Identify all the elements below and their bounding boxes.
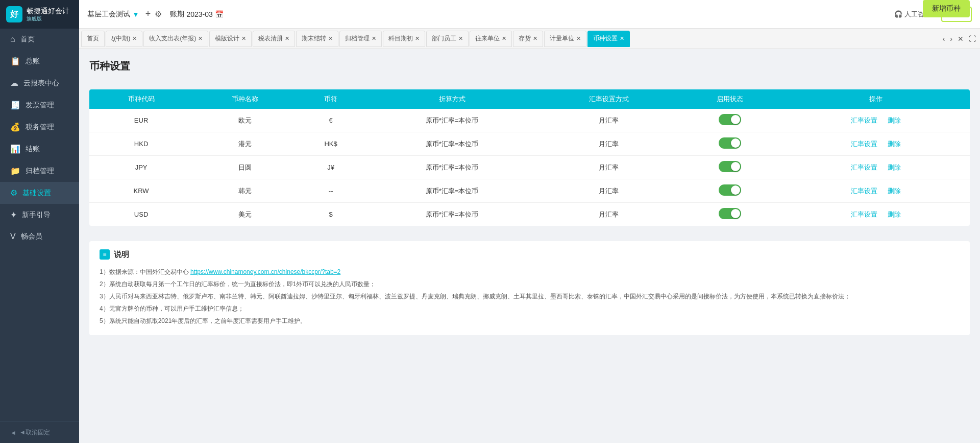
sidebar-icon-guide: ✦ bbox=[10, 210, 17, 220]
settings-gear-icon[interactable]: ⚙ bbox=[155, 9, 162, 19]
note-item-1: 2）系统自动获取每月第一个工作日的汇率标价，统一为直接标价法，即1外币可以兑换的… bbox=[100, 278, 960, 290]
sidebar-item-settings[interactable]: ⚙ 基础设置 bbox=[0, 182, 79, 204]
cell-2-4: 月汇率 bbox=[539, 156, 678, 179]
delete-link-2[interactable]: 删除 bbox=[888, 164, 901, 171]
sidebar-item-member[interactable]: V 畅会员 bbox=[0, 226, 79, 247]
logo-icon: 好 bbox=[6, 6, 22, 22]
tab-archive[interactable]: 归档管理 ✕ bbox=[339, 31, 382, 47]
tab-inventory[interactable]: 存货 ✕ bbox=[513, 31, 543, 47]
tab-right-arrow[interactable]: › bbox=[948, 33, 954, 45]
delete-link-3[interactable]: 删除 bbox=[888, 187, 901, 195]
add-tab-icon[interactable]: + bbox=[145, 9, 151, 19]
rate-setting-link-2[interactable]: 汇率设置 bbox=[851, 164, 877, 171]
project-selector[interactable]: 基层工会测试 ▼ bbox=[87, 10, 139, 19]
toggle-slider-1 bbox=[719, 137, 741, 149]
note-item-0: 1）数据来源：中国外汇交易中心 https://www.chinamoney.c… bbox=[100, 266, 960, 278]
cell-toggle-2[interactable] bbox=[678, 156, 782, 179]
cell-2-2: J¥ bbox=[297, 156, 365, 179]
sidebar-item-ledger[interactable]: 📋 总账 bbox=[0, 50, 79, 72]
tab-label-contacts: 往来单位 bbox=[475, 34, 500, 43]
sidebar-item-home[interactable]: ⌂ 首页 bbox=[0, 29, 79, 50]
project-dropdown-icon[interactable]: ▼ bbox=[132, 10, 139, 18]
tab-close-tax[interactable]: ✕ bbox=[285, 35, 289, 42]
tab-expand-icon[interactable]: ⛶ bbox=[967, 33, 978, 45]
rate-setting-link-4[interactable]: 汇率设置 bbox=[851, 211, 877, 218]
sidebar-pin-toggle[interactable]: ◄ ◄取消固定 bbox=[0, 422, 79, 443]
tab-balance[interactable]: ξ(中期) ✕ bbox=[106, 31, 142, 47]
tab-close-all-icon[interactable]: ✕ bbox=[955, 33, 966, 45]
toggle-4[interactable] bbox=[719, 208, 741, 219]
tab-close-subjects[interactable]: ✕ bbox=[415, 35, 420, 42]
delete-link-4[interactable]: 删除 bbox=[888, 211, 901, 218]
note-item-4: 5）系统只能自动抓取2021年度后的汇率，之前年度汇率需要用户手工维护。 bbox=[100, 315, 960, 327]
col-header-0: 币种代码 bbox=[89, 89, 193, 109]
calendar-icon[interactable]: 📅 bbox=[215, 10, 224, 18]
cell-toggle-3[interactable] bbox=[678, 179, 782, 203]
tab-label-tax: 税表清册 bbox=[258, 34, 283, 43]
period-selector[interactable]: 账期 2023-03 📅 bbox=[170, 10, 223, 19]
cell-2-1: 日圆 bbox=[193, 156, 297, 179]
sidebar-item-reports[interactable]: ☁ 云报表中心 bbox=[0, 72, 79, 94]
tab-home[interactable]: 首页 bbox=[81, 31, 105, 47]
cell-actions-4: 汇率设置 删除 bbox=[782, 203, 970, 226]
notes-list: 1）数据来源：中国外汇交易中心 https://www.chinamoney.c… bbox=[100, 266, 960, 327]
sidebar-label-tax: 税务管理 bbox=[26, 123, 54, 132]
sidebar-item-tax[interactable]: 💰 税务管理 bbox=[0, 116, 79, 138]
tab-units[interactable]: 计量单位 ✕ bbox=[544, 31, 586, 47]
tab-close-currency[interactable]: ✕ bbox=[620, 35, 624, 42]
tab-close-inventory[interactable]: ✕ bbox=[533, 35, 537, 42]
cell-actions-0: 汇率设置 删除 bbox=[782, 109, 970, 132]
rate-setting-link-3[interactable]: 汇率设置 bbox=[851, 187, 877, 195]
rate-setting-link-1[interactable]: 汇率设置 bbox=[851, 140, 877, 148]
sidebar-label-invoice: 发票管理 bbox=[26, 101, 54, 110]
sidebar-label-closing: 结账 bbox=[26, 145, 40, 154]
cell-toggle-4[interactable] bbox=[678, 203, 782, 226]
tab-close-units[interactable]: ✕ bbox=[576, 35, 581, 42]
toggle-3[interactable] bbox=[719, 184, 741, 196]
period-label: 账期 bbox=[170, 10, 184, 19]
tab-dept[interactable]: 部门员工 ✕ bbox=[426, 31, 469, 47]
delete-link-0[interactable]: 删除 bbox=[888, 116, 901, 124]
tab-tax[interactable]: 税表清册 ✕ bbox=[253, 31, 295, 47]
tab-closing[interactable]: 期末结转 ✕ bbox=[296, 31, 338, 47]
tab-close-closing[interactable]: ✕ bbox=[328, 35, 333, 42]
tab-close-template[interactable]: ✕ bbox=[241, 35, 246, 42]
tab-left-arrow[interactable]: ‹ bbox=[941, 33, 947, 45]
tab-label-archive: 归档管理 bbox=[345, 34, 370, 43]
sidebar-item-invoice[interactable]: 🧾 发票管理 bbox=[0, 94, 79, 116]
tab-label-currency: 币种设置 bbox=[593, 34, 618, 43]
tab-close-income[interactable]: ✕ bbox=[198, 35, 203, 42]
table-row: HKD港元HK$原币*汇率=本位币月汇率 汇率设置 删除 bbox=[89, 132, 970, 156]
tab-close-archive[interactable]: ✕ bbox=[372, 35, 376, 42]
cell-4-0: USD bbox=[89, 203, 193, 226]
cell-4-3: 原币*汇率=本位币 bbox=[365, 203, 539, 226]
toggle-0[interactable] bbox=[719, 114, 741, 125]
tab-close-contacts[interactable]: ✕ bbox=[502, 35, 506, 42]
cell-toggle-1[interactable] bbox=[678, 132, 782, 156]
sidebar-item-archive[interactable]: 📁 归档管理 bbox=[0, 160, 79, 182]
sidebar-item-closing[interactable]: 📊 结账 bbox=[0, 138, 79, 160]
rate-setting-link-0[interactable]: 汇率设置 bbox=[851, 116, 877, 124]
tab-template[interactable]: 模版设计 ✕ bbox=[209, 31, 252, 47]
notes-title-text: 说明 bbox=[114, 250, 129, 260]
notes-link[interactable]: https://www.chinamoney.com.cn/chinese/bk… bbox=[190, 268, 340, 275]
tab-income[interactable]: 收入支出表(年报) ✕ bbox=[143, 31, 208, 47]
page-title: 币种设置 bbox=[89, 59, 130, 73]
tab-close-balance[interactable]: ✕ bbox=[132, 35, 137, 42]
sidebar-label-member: 畅会员 bbox=[21, 232, 42, 241]
sidebar-icon-home: ⌂ bbox=[10, 35, 15, 44]
cell-toggle-0[interactable] bbox=[678, 109, 782, 132]
cell-4-2: $ bbox=[297, 203, 365, 226]
toggle-slider-0 bbox=[719, 114, 741, 125]
toggle-2[interactable] bbox=[719, 161, 741, 172]
delete-link-1[interactable]: 删除 bbox=[888, 140, 901, 148]
period-value: 2023-03 bbox=[186, 10, 212, 18]
tab-subjects[interactable]: 科目期初 ✕ bbox=[383, 31, 425, 47]
tab-contacts[interactable]: 往来单位 ✕ bbox=[470, 31, 512, 47]
note-item-3: 4）无官方牌价的币种，可以用户手工维护汇率信息； bbox=[100, 302, 960, 315]
toggle-slider-3 bbox=[719, 184, 741, 196]
tab-currency[interactable]: 币种设置 ✕ bbox=[587, 31, 630, 47]
sidebar-item-guide[interactable]: ✦ 新手引导 bbox=[0, 204, 79, 226]
toggle-1[interactable] bbox=[719, 137, 741, 149]
tab-close-dept[interactable]: ✕ bbox=[458, 35, 463, 42]
